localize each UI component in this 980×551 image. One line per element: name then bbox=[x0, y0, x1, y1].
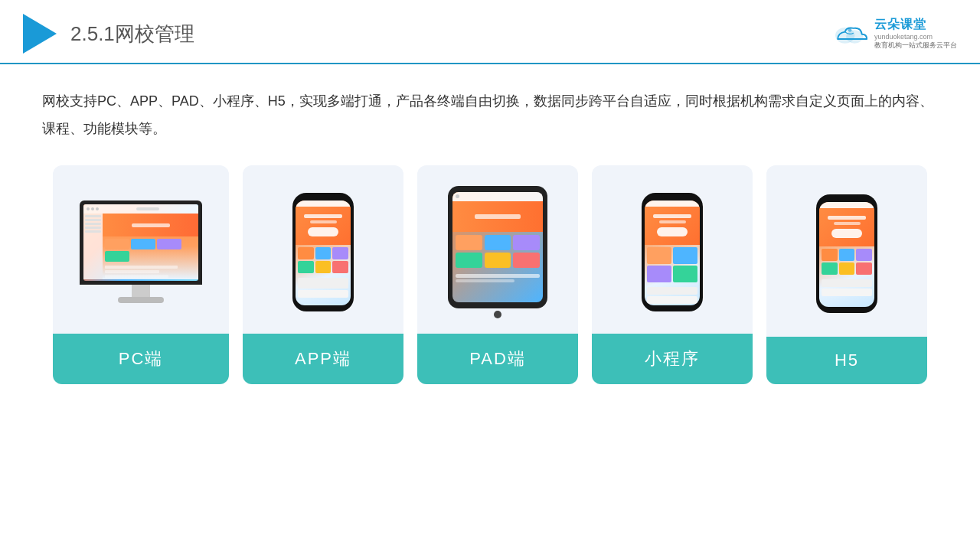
card-app: APP端 bbox=[243, 165, 403, 384]
cards-section: PC端 bbox=[42, 165, 938, 384]
card-pad-label: PAD端 bbox=[417, 334, 578, 384]
header-left: 2.5.1网校管理 bbox=[23, 14, 194, 54]
card-app-label: APP端 bbox=[243, 334, 403, 384]
header: 2.5.1网校管理 云朵课堂 yunduoketang.com 教育机构一站式服… bbox=[0, 0, 980, 64]
card-pc-image bbox=[53, 165, 229, 334]
card-h5-image bbox=[766, 165, 927, 337]
brand-logo: 云朵课堂 yunduoketang.com 教育机构一站式服务云平台 bbox=[831, 17, 957, 51]
card-pad-image bbox=[417, 165, 578, 334]
brand-icon-wrap bbox=[831, 22, 868, 45]
card-pc: PC端 bbox=[53, 165, 229, 384]
tablet-icon bbox=[448, 186, 547, 318]
card-pad: PAD端 bbox=[417, 165, 578, 384]
mini-phone-icon bbox=[642, 193, 703, 311]
pc-monitor-icon bbox=[80, 201, 202, 303]
card-h5: H5 bbox=[766, 165, 927, 384]
cloud-icon bbox=[831, 22, 868, 45]
card-pc-label: PC端 bbox=[53, 334, 229, 384]
page-title: 2.5.1网校管理 bbox=[70, 21, 194, 47]
card-mini-image bbox=[592, 165, 753, 334]
brand-name: 云朵课堂 bbox=[874, 17, 957, 33]
play-icon bbox=[23, 14, 57, 54]
brand-text: 云朵课堂 yunduoketang.com 教育机构一站式服务云平台 bbox=[874, 17, 957, 51]
main-content: 网校支持PC、APP、PAD、小程序、H5，实现多端打通，产品各终端自由切换，数… bbox=[0, 64, 980, 399]
card-mini: 小程序 bbox=[592, 165, 753, 384]
description-text: 网校支持PC、APP、PAD、小程序、H5，实现多端打通，产品各终端自由切换，数… bbox=[42, 87, 938, 142]
card-h5-label: H5 bbox=[766, 337, 927, 384]
h5-phone-icon bbox=[816, 194, 877, 313]
brand-url: yunduoketang.com bbox=[874, 33, 957, 41]
card-app-image bbox=[243, 165, 403, 334]
app-phone-icon bbox=[292, 193, 354, 311]
svg-point-2 bbox=[848, 28, 852, 32]
brand-slogan: 教育机构一站式服务云平台 bbox=[874, 41, 957, 51]
card-mini-label: 小程序 bbox=[592, 334, 753, 384]
